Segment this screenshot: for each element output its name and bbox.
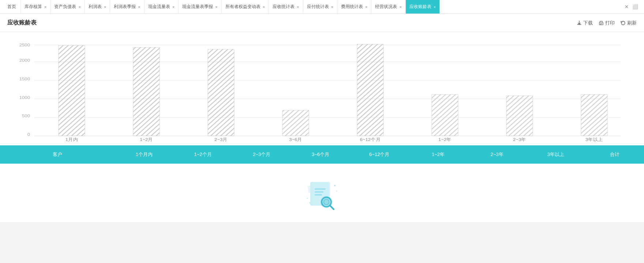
- tab-operation-label: 经营状况表: [375, 4, 397, 10]
- svg-rect-23: [282, 110, 309, 136]
- window-controls: ✕ ⬜: [621, 4, 641, 10]
- close-window-button[interactable]: ✕: [624, 4, 629, 10]
- tab-profit-quarter-label: 利润表季报: [114, 4, 136, 10]
- main-content: 0 500 1000 1500 2000 2500: [0, 32, 644, 222]
- tab-ar-stat-close[interactable]: ×: [297, 5, 299, 9]
- svg-line-40: [330, 206, 334, 209]
- svg-rect-1: [600, 23, 602, 24]
- tab-inventory-label: 库存核算: [25, 4, 42, 10]
- tab-balance-close[interactable]: ×: [78, 5, 80, 9]
- svg-text:1月内: 1月内: [65, 137, 78, 142]
- svg-rect-21: [208, 49, 234, 136]
- col-3-6month: 3~6个月: [291, 151, 350, 158]
- tab-ar-aging[interactable]: 应收账龄表 ×: [406, 0, 440, 14]
- empty-document-icon: [304, 178, 340, 215]
- refresh-button[interactable]: 刷新: [621, 20, 637, 26]
- col-2-3month: 2~3个月: [232, 151, 291, 158]
- svg-rect-17: [59, 45, 85, 136]
- svg-rect-31: [581, 95, 607, 136]
- tab-profit-label: 利润表: [89, 4, 102, 10]
- col-1-2year: 1~2年: [409, 151, 468, 158]
- tab-profit-quarter[interactable]: 利润表季报 ×: [110, 0, 144, 14]
- col-1-2month: 1~2个月: [173, 151, 232, 158]
- tab-ap-stat-label: 应付统计表: [307, 4, 329, 10]
- svg-text:500: 500: [22, 114, 30, 118]
- svg-rect-25: [357, 44, 383, 136]
- tab-ar-stat-label: 应收统计表: [273, 4, 295, 10]
- tab-ap-stat-close[interactable]: ×: [331, 5, 333, 9]
- tab-expense-stat-label: 费用统计表: [341, 4, 363, 10]
- col-1month: 1个月内: [115, 151, 173, 158]
- tab-operation[interactable]: 经营状况表 ×: [371, 0, 405, 14]
- svg-rect-29: [506, 96, 533, 136]
- download-icon: [577, 20, 582, 26]
- download-button[interactable]: 下载: [577, 20, 593, 26]
- svg-rect-37: [315, 194, 322, 195]
- svg-text:2000: 2000: [19, 58, 30, 63]
- tab-profit[interactable]: 利润表 ×: [85, 0, 110, 14]
- svg-rect-27: [432, 95, 458, 136]
- svg-text:1~2月: 1~2月: [140, 137, 153, 142]
- tab-profit-quarter-close[interactable]: ×: [138, 5, 140, 9]
- svg-text:0: 0: [27, 132, 30, 137]
- col-3plus-year: 3年以上: [527, 151, 585, 158]
- print-button[interactable]: 打印: [599, 20, 615, 26]
- bar-chart: 0 500 1000 1500 2000 2500: [15, 39, 629, 142]
- page-header: 应收账龄表 下载 打印 刷新: [0, 14, 644, 32]
- svg-text:6~12个月: 6~12个月: [360, 137, 381, 142]
- refresh-icon: [621, 20, 626, 26]
- tab-cashflow-quarter-label: 现金流量表季报: [182, 4, 213, 10]
- tab-balance[interactable]: 资产负债表 ×: [50, 0, 85, 14]
- tab-expense-stat[interactable]: 费用统计表 ×: [337, 0, 371, 14]
- col-total: 合计: [585, 151, 644, 158]
- svg-text:2500: 2500: [19, 43, 30, 47]
- svg-point-44: [336, 191, 337, 192]
- svg-text:2~3月: 2~3月: [214, 137, 228, 142]
- tab-inventory-close[interactable]: ×: [44, 5, 46, 9]
- svg-rect-19: [133, 47, 160, 136]
- tab-cashflow-close[interactable]: ×: [172, 5, 175, 9]
- svg-text:1500: 1500: [19, 77, 30, 81]
- svg-point-45: [307, 198, 308, 199]
- header-actions: 下载 打印 刷新: [577, 20, 637, 26]
- tab-equity-close[interactable]: ×: [263, 5, 265, 9]
- col-6-12month: 6~12个月: [350, 151, 409, 158]
- tab-balance-label: 资产负债表: [54, 4, 76, 10]
- print-label: 打印: [605, 20, 615, 26]
- tab-cashflow-quarter-close[interactable]: ×: [215, 5, 217, 9]
- empty-state: [0, 164, 644, 222]
- table-header: 客户 1个月内 1~2个月 2~3个月 3~6个月 6~12个月 1~2年 2~…: [0, 145, 644, 164]
- chart-area: 0 500 1000 1500 2000 2500: [0, 32, 644, 145]
- svg-text:1~2年: 1~2年: [438, 137, 452, 142]
- tab-cashflow-quarter[interactable]: 现金流量表季报 ×: [179, 0, 221, 14]
- tab-home[interactable]: 首页: [3, 0, 21, 14]
- tab-profit-close[interactable]: ×: [104, 5, 106, 9]
- home-tab-label: 首页: [7, 4, 16, 10]
- maximize-window-button[interactable]: ⬜: [632, 4, 638, 10]
- svg-text:2~3年: 2~3年: [513, 137, 526, 142]
- print-icon: [599, 20, 604, 26]
- tab-bar: 首页 库存核算 × 资产负债表 × 利润表 × 利润表季报 × 现金流量表 × …: [0, 0, 644, 14]
- tab-equity-label: 所有者权益变动表: [225, 4, 261, 10]
- tab-equity[interactable]: 所有者权益变动表 ×: [222, 0, 269, 14]
- download-label: 下载: [583, 20, 593, 26]
- page-title: 应收账龄表: [7, 19, 37, 27]
- tab-expense-stat-close[interactable]: ×: [365, 5, 367, 9]
- tab-cashflow-label: 现金流量表: [148, 4, 170, 10]
- svg-text:1000: 1000: [19, 95, 30, 100]
- col-2-3year: 2~3年: [468, 151, 527, 158]
- col-customer: 客户: [0, 151, 115, 158]
- tab-operation-close[interactable]: ×: [399, 5, 401, 9]
- tab-ar-aging-close[interactable]: ×: [434, 5, 436, 9]
- svg-rect-2: [600, 24, 602, 24]
- tab-cashflow[interactable]: 现金流量表 ×: [145, 0, 179, 14]
- svg-point-43: [334, 185, 336, 186]
- refresh-label: 刷新: [627, 20, 637, 26]
- svg-rect-35: [315, 188, 326, 190]
- svg-text:3~6月: 3~6月: [289, 137, 302, 142]
- chart-container: 0 500 1000 1500 2000 2500: [15, 39, 629, 142]
- tab-ar-stat[interactable]: 应收统计表 ×: [269, 0, 303, 14]
- tab-inventory[interactable]: 库存核算 ×: [21, 0, 50, 14]
- tab-ar-aging-label: 应收账龄表: [409, 4, 431, 10]
- tab-ap-stat[interactable]: 应付统计表 ×: [303, 0, 337, 14]
